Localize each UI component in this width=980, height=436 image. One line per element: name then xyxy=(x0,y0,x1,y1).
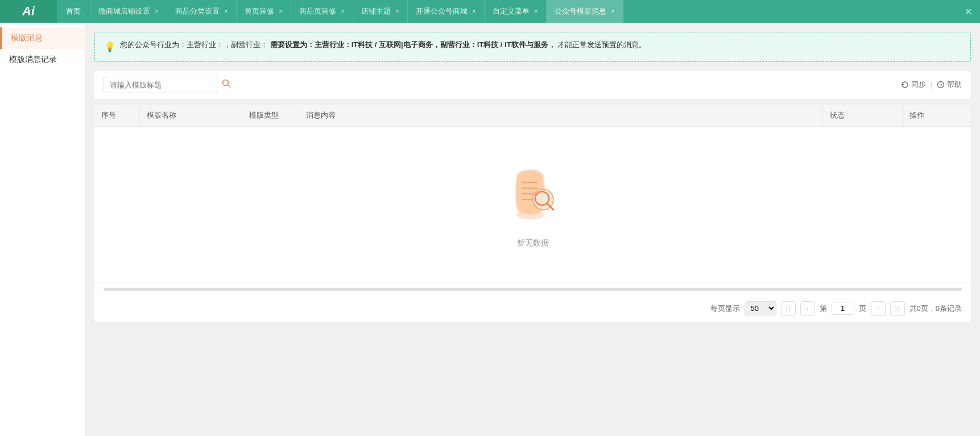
tab-close-8[interactable]: × xyxy=(611,7,615,15)
page-total-label: 共0页，0条记录 xyxy=(909,304,962,314)
svg-line-1 xyxy=(228,85,230,88)
sidebar: 模版消息 模版消息记录 xyxy=(0,23,85,436)
page-di-label: 第 xyxy=(820,304,827,314)
help-button[interactable]: ? 帮助 xyxy=(937,80,962,90)
tab-productpage[interactable]: 商品页装修 × xyxy=(291,0,353,23)
sidebar-item-template-record[interactable]: 模版消息记录 xyxy=(0,49,85,70)
search-divider: | xyxy=(931,81,932,89)
horizontal-scrollbar[interactable] xyxy=(104,288,962,291)
global-close-button[interactable]: ✕ xyxy=(957,6,980,17)
notice-text: 您的公众号行业为：主营行业：，副营行业： 需要设置为：主营行业：IT科技 / 互… xyxy=(120,39,961,51)
tab-home[interactable]: 首页 xyxy=(57,0,90,23)
tab-close-7[interactable]: × xyxy=(534,7,538,15)
col-header-type: 模版类型 xyxy=(242,105,299,126)
col-header-status: 状态 xyxy=(823,105,903,126)
col-header-name: 模版名称 xyxy=(140,105,242,126)
notice-box: 💡 您的公众号行业为：主营行业：，副营行业： 需要设置为：主营行业：IT科技 /… xyxy=(94,32,971,62)
tab-close-4[interactable]: × xyxy=(341,7,345,15)
scrollbar-area[interactable] xyxy=(94,283,971,296)
tab-weshop[interactable]: 微商城店铺设置 × xyxy=(90,0,167,23)
search-input[interactable] xyxy=(104,77,217,93)
tab-theme[interactable]: 店铺主题 × xyxy=(353,0,408,23)
table-container: 序号 模版名称 模版类型 消息内容 状态 操作 xyxy=(94,105,971,322)
empty-text: 暂无数据 xyxy=(517,238,549,248)
tab-custom-menu[interactable]: 自定义菜单 × xyxy=(485,0,547,23)
help-icon: ? xyxy=(937,81,945,89)
col-header-action: 操作 xyxy=(903,105,971,126)
page-number-input[interactable] xyxy=(832,302,854,315)
tab-template-msg[interactable]: 公众号模版消息 × xyxy=(547,0,623,23)
table-header: 序号 模版名称 模版类型 消息内容 状态 操作 xyxy=(94,105,971,127)
tab-homepage[interactable]: 首页装修 × xyxy=(237,0,291,23)
main-layout: 模版消息 模版消息记录 💡 您的公众号行业为：主营行业：，副营行业： 需要设置为… xyxy=(0,23,980,436)
search-bar: 同步 | ? 帮助 xyxy=(94,71,971,99)
svg-point-12 xyxy=(538,194,541,197)
notice-icon: 💡 xyxy=(104,40,115,55)
page-unit-label: 页 xyxy=(859,304,866,314)
tab-close-3[interactable]: × xyxy=(279,7,283,15)
tab-bar: Ai 首页 微商城店铺设置 × 商品分类设置 × 首页装修 × 商品页装修 × … xyxy=(0,0,980,23)
col-header-seq: 序号 xyxy=(94,105,140,126)
tab-close-6[interactable]: × xyxy=(472,7,476,15)
sync-icon xyxy=(901,81,909,89)
page-last-button[interactable]: ⟩⟩ xyxy=(890,301,905,316)
page-next-button[interactable]: › xyxy=(871,301,886,316)
search-icon xyxy=(222,79,231,88)
tab-close-2[interactable]: × xyxy=(224,7,228,15)
empty-illustration xyxy=(499,161,567,229)
page-size-select[interactable]: 50 20 100 xyxy=(745,301,776,315)
page-first-button[interactable]: ⟨⟨ xyxy=(781,301,796,316)
empty-state: 暂无数据 xyxy=(94,127,971,283)
tab-open-mall[interactable]: 开通公众号商城 × xyxy=(408,0,485,23)
search-button[interactable] xyxy=(222,79,231,90)
search-left xyxy=(104,77,231,93)
tab-close-1[interactable]: × xyxy=(155,7,159,15)
page-prev-button[interactable]: ‹ xyxy=(800,301,815,316)
svg-text:?: ? xyxy=(940,83,942,88)
tab-close-5[interactable]: × xyxy=(395,7,399,15)
logo: Ai xyxy=(0,0,57,23)
page-size-label: 每页显示 xyxy=(710,304,740,314)
pagination: 每页显示 50 20 100 ⟨⟨ ‹ 第 页 › ⟩⟩ 共0页，0条记录 xyxy=(94,296,971,322)
tab-category[interactable]: 商品分类设置 × xyxy=(167,0,237,23)
sidebar-item-template-msg[interactable]: 模版消息 xyxy=(0,27,85,49)
sync-button[interactable]: 同步 xyxy=(901,80,926,90)
search-right: 同步 | ? 帮助 xyxy=(901,80,962,90)
col-header-content: 消息内容 xyxy=(299,105,823,126)
content-area: 💡 您的公众号行业为：主营行业：，副营行业： 需要设置为：主营行业：IT科技 /… xyxy=(85,23,980,436)
